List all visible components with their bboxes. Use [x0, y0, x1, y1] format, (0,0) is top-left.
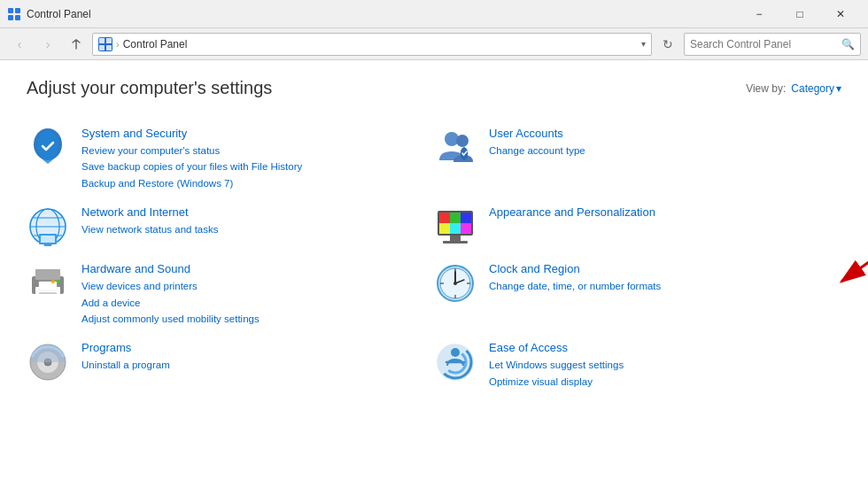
user-accounts-icon	[434, 127, 477, 169]
search-icon: 🔍	[841, 38, 855, 50]
category-programs: Programs Uninstall a program	[27, 334, 434, 397]
svg-rect-7	[106, 45, 112, 50]
svg-rect-23	[450, 213, 461, 223]
search-box[interactable]: 🔍	[684, 33, 861, 56]
category-network-internet: Network and Internet View network status…	[27, 198, 434, 255]
programs-icon	[27, 341, 69, 383]
svg-point-37	[51, 280, 55, 283]
svg-rect-18	[41, 236, 55, 243]
svg-rect-19	[44, 244, 51, 246]
category-ease-access: Ease of Access Let Windows suggest setti…	[434, 334, 841, 397]
address-dropdown[interactable]: ▾	[641, 39, 646, 49]
appearance-content: Appearance and Personalization	[489, 205, 827, 221]
page-header: Adjust your computer's settings View by:…	[27, 78, 841, 98]
ease-access-title[interactable]: Ease of Access	[489, 341, 827, 354]
system-security-title[interactable]: System and Security	[81, 127, 420, 140]
ease-access-icon	[434, 341, 477, 383]
programs-content: Programs Uninstall a program	[81, 341, 420, 373]
system-security-link-0[interactable]: Review your computer's status	[81, 143, 420, 159]
address-text: Control Panel	[123, 38, 634, 50]
hardware-sound-title[interactable]: Hardware and Sound	[81, 262, 420, 275]
search-input[interactable]	[690, 38, 841, 50]
network-internet-icon	[27, 205, 69, 248]
hardware-sound-content: Hardware and Sound View devices and prin…	[81, 262, 420, 327]
system-security-icon	[27, 127, 69, 169]
view-by-label: View by:	[746, 82, 786, 95]
svg-rect-5	[106, 38, 112, 43]
window-title: Control Panel	[27, 8, 739, 20]
title-bar: Control Panel − □ ✕	[0, 0, 868, 28]
category-hardware-sound: Hardware and Sound View devices and prin…	[27, 255, 434, 334]
view-by-value-text: Category	[791, 82, 834, 95]
page-title: Adjust your computer's settings	[27, 78, 272, 98]
system-security-link-1[interactable]: Save backup copies of your files with Fi…	[81, 159, 420, 174]
category-system-security: System and Security Review your computer…	[27, 120, 434, 198]
svg-rect-28	[450, 236, 461, 241]
svg-rect-2	[8, 15, 13, 20]
svg-rect-22	[439, 213, 450, 223]
close-button[interactable]: ✕	[820, 0, 861, 28]
category-appearance: Appearance and Personalization	[434, 198, 841, 255]
svg-rect-29	[443, 241, 468, 244]
control-panel-icon	[98, 37, 112, 51]
svg-rect-31	[35, 269, 60, 280]
clock-region-link-0[interactable]: Change date, time, or number formats	[489, 278, 827, 294]
svg-point-10	[456, 135, 469, 147]
content-area: Adjust your computer's settings View by:…	[0, 60, 868, 495]
svg-rect-4	[99, 38, 105, 43]
hardware-sound-link-0[interactable]: View devices and printers	[81, 278, 420, 294]
path-separator: ›	[116, 39, 120, 50]
svg-rect-25	[439, 223, 450, 234]
user-accounts-title[interactable]: User Accounts	[489, 127, 827, 140]
system-security-content: System and Security Review your computer…	[81, 127, 420, 191]
minimize-button[interactable]: −	[739, 0, 779, 28]
svg-rect-3	[15, 15, 20, 20]
main-content: Adjust your computer's settings View by:…	[0, 60, 868, 495]
ease-access-content: Ease of Access Let Windows suggest setti…	[489, 341, 827, 390]
categories-grid: System and Security Review your computer…	[27, 120, 841, 397]
category-clock-region: Clock and Region Change date, time, or n…	[434, 255, 841, 334]
network-internet-content: Network and Internet View network status…	[81, 205, 420, 237]
svg-rect-27	[461, 223, 471, 234]
svg-line-49	[841, 193, 868, 282]
refresh-button[interactable]: ↻	[655, 32, 680, 57]
clock-region-title[interactable]: Clock and Region	[489, 262, 827, 275]
svg-point-56	[451, 348, 460, 357]
svg-rect-34	[39, 292, 57, 294]
appearance-title[interactable]: Appearance and Personalization	[489, 205, 827, 219]
view-by-control: View by: Category ▾	[746, 82, 841, 95]
app-icon	[7, 7, 21, 21]
view-by-arrow: ▾	[836, 82, 841, 95]
category-user-accounts: User Accounts Change account type	[434, 120, 841, 198]
svg-rect-1	[15, 8, 20, 13]
svg-point-43	[453, 282, 457, 285]
user-accounts-link-0[interactable]: Change account type	[489, 143, 827, 159]
svg-rect-0	[8, 8, 13, 13]
address-input[interactable]: › Control Panel ▾	[92, 33, 652, 56]
appearance-icon	[434, 205, 477, 248]
hardware-sound-icon	[27, 262, 69, 305]
svg-rect-6	[99, 45, 105, 50]
programs-title[interactable]: Programs	[81, 341, 420, 354]
address-bar: ‹ › › Control Panel ▾ ↻ 🔍	[0, 28, 868, 60]
programs-link-0[interactable]: Uninstall a program	[81, 357, 420, 373]
view-by-dropdown[interactable]: Category ▾	[791, 82, 841, 95]
hardware-sound-link-2[interactable]: Adjust commonly used mobility settings	[81, 311, 420, 327]
svg-point-36	[57, 280, 60, 283]
forward-button[interactable]: ›	[35, 32, 60, 57]
svg-rect-24	[461, 213, 471, 223]
network-internet-link-0[interactable]: View network status and tasks	[81, 221, 420, 237]
ease-access-link-1[interactable]: Optimize visual display	[489, 374, 827, 390]
clock-region-content: Clock and Region Change date, time, or n…	[489, 262, 827, 294]
back-button[interactable]: ‹	[7, 32, 32, 57]
window-controls: − □ ✕	[739, 0, 861, 28]
user-accounts-content: User Accounts Change account type	[489, 127, 827, 159]
maximize-button[interactable]: □	[779, 0, 820, 28]
up-button[interactable]	[64, 32, 89, 57]
clock-region-icon	[434, 262, 477, 305]
hardware-sound-link-1[interactable]: Add a device	[81, 295, 420, 311]
ease-access-link-0[interactable]: Let Windows suggest settings	[489, 357, 827, 373]
svg-rect-26	[450, 223, 461, 234]
system-security-link-2[interactable]: Backup and Restore (Windows 7)	[81, 175, 420, 191]
network-internet-title[interactable]: Network and Internet	[81, 205, 420, 219]
